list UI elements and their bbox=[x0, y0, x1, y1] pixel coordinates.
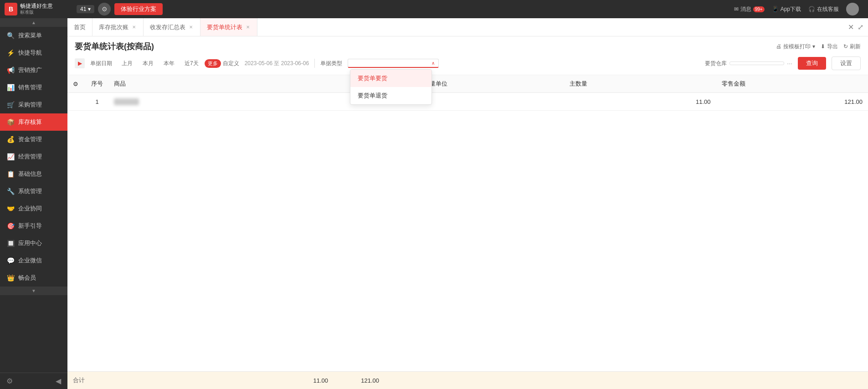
sidebar-collapse-icon[interactable]: ◀ bbox=[56, 377, 61, 385]
industry-btn[interactable]: 体验行业方案 bbox=[114, 3, 163, 15]
tab-inventory-batch-close[interactable]: ✕ bbox=[131, 24, 137, 31]
tab-home-label: 首页 bbox=[74, 23, 86, 31]
sidebar-item-member[interactable]: 👑 畅会员 bbox=[0, 269, 67, 287]
date-range-display: 2023-05-06 至 2023-06-06 bbox=[245, 60, 309, 67]
marketing-icon: 📢 bbox=[6, 66, 15, 74]
shortcut-icon: ⚡ bbox=[6, 49, 15, 57]
sidebar-item-wechat[interactable]: 💬 企业微信 bbox=[0, 252, 67, 269]
warehouse-filter-input[interactable] bbox=[729, 61, 784, 65]
sidebar-item-sales[interactable]: 📊 销售管理 bbox=[0, 79, 67, 96]
sidebar-item-search[interactable]: 🔍 搜索菜单 bbox=[0, 27, 67, 44]
setup-button[interactable]: 设置 bbox=[832, 56, 861, 70]
type-filter-select[interactable]: ∧ bbox=[348, 59, 439, 68]
sidebar-item-basic[interactable]: 📋 基础信息 bbox=[0, 165, 67, 183]
page-title-actions: 🖨 按模板打印 ▾ ⬇ 导出 ↻ 刷新 bbox=[776, 43, 861, 51]
row-product-text: ██████ bbox=[114, 98, 139, 105]
sidebar-scroll-down[interactable]: ▼ bbox=[0, 287, 67, 295]
filter-expand-button[interactable]: ▶ bbox=[75, 58, 85, 68]
sales-icon: 📊 bbox=[6, 83, 15, 92]
sidebar-item-system[interactable]: 🔧 系统管理 bbox=[0, 183, 67, 200]
table-row: 1 ██████ 块 11.00 121.00 bbox=[67, 93, 868, 111]
table-header-unit: 主计量单位 bbox=[412, 75, 564, 93]
online-service-button[interactable]: 🎧 在线客服 bbox=[808, 5, 839, 13]
data-table: ⚙ 序号 商品 主计量单位 主数量 零售金额 1 bbox=[67, 75, 868, 111]
export-button[interactable]: ⬇ 导出 bbox=[821, 43, 838, 51]
sidebar-settings-icon[interactable]: ⚙ bbox=[6, 377, 13, 385]
dropdown-item-requisition[interactable]: 要货单要货 bbox=[350, 70, 431, 87]
app-download-button[interactable]: 📱 App下载 bbox=[772, 5, 801, 13]
user-avatar[interactable] bbox=[846, 3, 859, 15]
message-label: 消息 bbox=[740, 5, 751, 13]
sidebar-item-guide[interactable]: 🎯 新手引导 bbox=[0, 217, 67, 235]
tab-close-all-icon[interactable]: ✕ bbox=[848, 23, 854, 31]
basic-icon: 📋 bbox=[6, 170, 15, 178]
filter-bar: ▶ 单据日期 上月 本月 本年 近7天 更多 自定义 2023-05-06 至 … bbox=[67, 52, 868, 75]
enterprise-icon: 🤝 bbox=[6, 205, 15, 213]
date-more-btn[interactable]: 更多 bbox=[205, 59, 221, 68]
date-prev-month-btn[interactable]: 上月 bbox=[118, 58, 137, 69]
tab-requisition-stat[interactable]: 要货单统计表 ✕ bbox=[200, 18, 257, 36]
logo-area: B 畅捷通好生意 标准版 bbox=[5, 3, 72, 15]
print-template-button[interactable]: 🖨 按模板打印 ▾ bbox=[776, 43, 815, 51]
online-service-label: 在线客服 bbox=[817, 5, 839, 13]
refresh-label: 刷新 bbox=[850, 43, 861, 51]
header-settings-button[interactable]: ⚙ bbox=[98, 3, 111, 15]
tab-stock-summary[interactable]: 收发存汇总表 ✕ bbox=[144, 18, 200, 36]
date-custom-btn[interactable]: 自定义 bbox=[223, 60, 239, 67]
print-template-arrow: ▾ bbox=[812, 43, 815, 50]
sidebar-item-purchase[interactable]: 🛒 采购管理 bbox=[0, 96, 67, 113]
sidebar-item-inventory[interactable]: 📦 库存核算 bbox=[0, 113, 67, 131]
sidebar-item-label: 快捷导航 bbox=[18, 49, 42, 57]
sidebar-scroll-up[interactable]: ▲ bbox=[0, 18, 67, 27]
message-badge: 99+ bbox=[753, 6, 765, 12]
top-header: B 畅捷通好生意 标准版 41 ▾ ⚙ 体验行业方案 ✉ 消息 99+ 📱 Ap… bbox=[0, 0, 868, 18]
tab-inventory-batch[interactable]: 库存批次账 ✕ bbox=[92, 18, 144, 36]
date-cur-month-btn[interactable]: 本月 bbox=[139, 58, 158, 69]
sidebar-item-operations[interactable]: 📈 经营管理 bbox=[0, 148, 67, 165]
sidebar-item-label: 应用中心 bbox=[18, 239, 42, 247]
date-week-btn[interactable]: 近7天 bbox=[180, 58, 203, 69]
member-icon: 👑 bbox=[6, 274, 15, 282]
app-download-label: App下载 bbox=[781, 5, 801, 13]
filter-divider-1 bbox=[314, 59, 315, 68]
date-year-btn[interactable]: 本年 bbox=[159, 58, 179, 69]
sidebar-item-label: 企业微信 bbox=[18, 256, 42, 265]
tab-expand-icon[interactable]: ⤢ bbox=[858, 23, 863, 31]
query-button[interactable]: 查询 bbox=[798, 57, 826, 70]
sidebar-item-enterprise[interactable]: 🤝 企业协同 bbox=[0, 200, 67, 217]
type-filter-arrow-icon: ∧ bbox=[431, 61, 435, 66]
sidebar-item-label: 库存核算 bbox=[18, 118, 42, 126]
tab-stock-summary-label: 收发存汇总表 bbox=[150, 23, 185, 31]
sidebar-item-app-center[interactable]: 🔲 应用中心 bbox=[0, 235, 67, 252]
warehouse-filter-label: 要货仓库 bbox=[705, 60, 727, 67]
type-filter-dropdown: 要货单要货 要货单退货 bbox=[350, 69, 432, 105]
type-filter-label: 单据类型 bbox=[320, 60, 342, 67]
sidebar-bottom: ⚙ ◀ bbox=[0, 373, 67, 389]
branch-label: 41 bbox=[80, 6, 86, 12]
sidebar-item-marketing[interactable]: 📢 营销推广 bbox=[0, 61, 67, 79]
table-header-settings[interactable]: ⚙ bbox=[67, 75, 86, 93]
sidebar-item-label: 企业协同 bbox=[18, 205, 42, 213]
type-filter-select-inner: ∧ bbox=[352, 61, 435, 66]
branch-selector[interactable]: 41 ▾ bbox=[77, 5, 94, 13]
tab-stock-summary-close[interactable]: ✕ bbox=[188, 24, 194, 31]
table-wrapper: ⚙ 序号 商品 主计量单位 主数量 零售金额 1 bbox=[67, 75, 868, 371]
main-layout: ▲ 🔍 搜索菜单 ⚡ 快捷导航 📢 营销推广 📊 销售管理 🛒 采购管理 📦 库… bbox=[0, 18, 868, 389]
sidebar-item-shortcut[interactable]: ⚡ 快捷导航 bbox=[0, 44, 67, 61]
dropdown-item-return[interactable]: 要货单退货 bbox=[350, 87, 431, 104]
tab-requisition-stat-close[interactable]: ✕ bbox=[245, 24, 251, 31]
table-header-no: 序号 bbox=[86, 75, 108, 93]
refresh-icon: ↻ bbox=[843, 43, 848, 50]
message-button[interactable]: ✉ 消息 99+ bbox=[734, 5, 765, 13]
filter-more-icon[interactable]: ··· bbox=[787, 60, 792, 67]
header-center: 41 ▾ ⚙ 体验行业方案 bbox=[72, 3, 734, 15]
purchase-icon: 🛒 bbox=[6, 101, 15, 109]
row-settings bbox=[67, 93, 86, 111]
print-template-label: 按模板打印 bbox=[783, 43, 811, 51]
tab-home[interactable]: 首页 bbox=[67, 18, 92, 36]
refresh-button[interactable]: ↻ 刷新 bbox=[843, 43, 861, 51]
sidebar-item-finance[interactable]: 💰 资金管理 bbox=[0, 131, 67, 148]
content-area: 首页 库存批次账 ✕ 收发存汇总表 ✕ 要货单统计表 ✕ ✕ ⤢ 要 bbox=[67, 18, 868, 389]
wechat-icon: 💬 bbox=[6, 256, 15, 265]
app-download-icon: 📱 bbox=[772, 6, 779, 12]
